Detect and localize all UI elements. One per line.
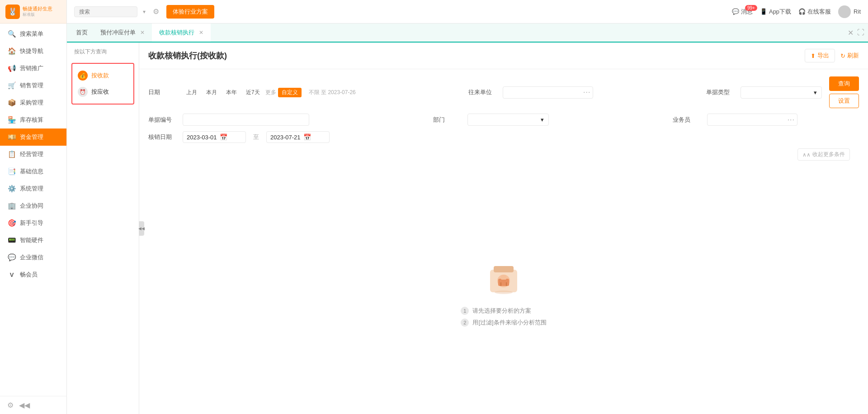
filter-panel-collapse-btn[interactable]: ◀◀ — [139, 221, 144, 236]
topbar-search-input[interactable] — [74, 6, 137, 17]
online-service-link[interactable]: 🎧 在线客服 — [798, 8, 831, 16]
content-area: 按以下方查询 💰 按收款 ⏰ 按应收 ◀◀ 收款核销执行(按收款) — [67, 43, 868, 414]
purchase-icon: 📦 — [7, 99, 16, 107]
collab-icon: 🏢 — [7, 202, 16, 210]
collapse-more-label: 收起更多条件 — [812, 151, 845, 158]
dept-label: 部门 — [433, 116, 460, 124]
verify-date-end-picker[interactable]: 2023-07-21 📅 — [266, 131, 330, 143]
svg-rect-3 — [498, 279, 509, 286]
sidebar-item-label: 基础信息 — [20, 167, 43, 176]
verify-date-start-value: 2023-03-01 — [187, 134, 217, 141]
verify-date-label: 核销日期 — [148, 133, 175, 141]
settings-button[interactable]: 设置 — [829, 94, 859, 108]
sidebar-item-label: 资金管理 — [20, 133, 43, 141]
voucher-type-select[interactable]: ▾ — [741, 86, 822, 99]
tab-prepay-close[interactable]: ✕ — [140, 29, 145, 36]
wechat-icon: 💬 — [7, 253, 16, 262]
sidebar-item-sales[interactable]: 🛒 销售管理 — [0, 77, 66, 94]
message-badge[interactable]: 💬 消息 99+ — [732, 8, 753, 16]
search-row-2: 单据编号 部门 ▾ 业务员 ··· — [148, 114, 859, 126]
industry-solution-button[interactable]: 体验行业方案 — [166, 5, 214, 19]
sidebar-item-wechat[interactable]: 💬 企业微信 — [0, 249, 66, 266]
tip-num-1: 1 — [461, 307, 469, 315]
filter-by-receivable[interactable]: ⏰ 按应收 — [72, 84, 133, 100]
sidebar: 🐰 畅捷通好生意 标准版 🔍 搜索菜单 🏠 快捷导航 📢 营销推广 🛒 销售管理… — [0, 0, 67, 414]
verify-date-start-picker[interactable]: 2023-03-01 📅 — [183, 131, 246, 143]
collapse-more-button[interactable]: ∧∧ 收起更多条件 — [797, 148, 850, 161]
export-button[interactable]: ⬆ 导出 — [805, 49, 835, 62]
topbar-chevron-icon[interactable]: ▾ — [143, 9, 146, 15]
sidebar-item-inventory[interactable]: 🏪 库存核算 — [0, 111, 66, 128]
refresh-icon: ↻ — [840, 52, 845, 59]
sidebar-item-system[interactable]: ⚙️ 系统管理 — [0, 180, 66, 197]
user-profile[interactable]: Rit — [838, 5, 861, 18]
date-tab-this-year[interactable]: 本年 — [222, 88, 241, 97]
sidebar-item-collab[interactable]: 🏢 企业协同 — [0, 197, 66, 214]
app-name: 畅捷通好生意 — [23, 5, 52, 12]
filter-by-receipt[interactable]: 💰 按收款 — [72, 67, 133, 84]
partner-more-icon[interactable]: ··· — [583, 88, 590, 96]
sidebar-item-hardware[interactable]: 📟 智能硬件 — [0, 232, 66, 249]
sidebar-item-guide[interactable]: 🎯 新手引导 — [0, 214, 66, 232]
empty-tip-2: 2 用[过滤]条件来缩小分析范围 — [461, 319, 546, 327]
sidebar-bottom: ⚙ ◀◀ — [0, 396, 66, 414]
date-tab-last-month[interactable]: 上月 — [183, 88, 201, 97]
empty-state: 1 请先选择要分析的方案 2 用[过滤]条件来缩小分析范围 — [139, 169, 868, 414]
date-tab-7days[interactable]: 近7天 — [242, 88, 264, 97]
close-window-icon[interactable]: ✕ — [848, 29, 854, 37]
voucher-type-label: 单据类型 — [706, 88, 733, 96]
tab-receipt-verify[interactable]: 收款核销执行 ✕ — [152, 24, 211, 43]
topbar-gear-icon[interactable]: ⚙ — [153, 7, 159, 16]
main-area: ▾ ⚙ 体验行业方案 💬 消息 99+ 📱 App下载 🎧 在线客服 Rit — [67, 0, 868, 414]
sidebar-item-nav[interactable]: 🏠 快捷导航 — [0, 43, 66, 60]
system-icon: ⚙️ — [7, 185, 16, 193]
calendar-start-icon: 📅 — [220, 133, 227, 141]
dept-select[interactable]: ▾ — [467, 114, 549, 126]
verify-date-end-value: 2023-07-21 — [270, 134, 301, 141]
app-download-link[interactable]: 📱 App下载 — [760, 8, 791, 16]
sidebar-item-label: 智能硬件 — [20, 236, 43, 244]
staff-more-icon[interactable]: ··· — [788, 116, 795, 124]
member-icon: V — [7, 271, 16, 278]
action-buttons: 查询 设置 — [829, 76, 859, 108]
date-tab-more[interactable]: 更多 — [265, 89, 276, 96]
sidebar-item-label: 企业微信 — [20, 253, 43, 262]
sidebar-item-finance[interactable]: 💴 资金管理 — [0, 128, 66, 146]
sales-icon: 🛒 — [7, 81, 16, 90]
voucher-no-input[interactable] — [183, 114, 309, 126]
guide-icon: 🎯 — [7, 219, 16, 227]
settings-icon[interactable]: ⚙ — [7, 401, 14, 409]
app-download-icon: 📱 — [760, 8, 767, 15]
sidebar-item-purchase[interactable]: 📦 采购管理 — [0, 94, 66, 111]
user-avatar — [838, 5, 851, 18]
export-label: 导出 — [817, 52, 829, 60]
refresh-label: 刷新 — [847, 52, 859, 60]
sidebar-item-management[interactable]: 📋 经营管理 — [0, 146, 66, 163]
partner-label: 往来单位 — [468, 88, 495, 96]
sidebar-item-search[interactable]: 🔍 搜索菜单 — [0, 25, 66, 43]
topbar-right: 💬 消息 99+ 📱 App下载 🎧 在线客服 Rit — [732, 5, 861, 18]
tab-prepay[interactable]: 预付冲应付单 ✕ — [93, 24, 152, 43]
sidebar-item-basic-info[interactable]: 📑 基础信息 — [0, 163, 66, 180]
empty-tip-1-text: 请先选择要分析的方案 — [472, 307, 531, 315]
tab-home[interactable]: 首页 — [71, 29, 93, 37]
partner-input[interactable] — [503, 86, 593, 99]
date-tab-custom[interactable]: 自定义 — [278, 88, 302, 97]
empty-tips: 1 请先选择要分析的方案 2 用[过滤]条件来缩小分析范围 — [461, 307, 546, 327]
tab-receipt-close[interactable]: ✕ — [199, 29, 203, 36]
receipt-filter-icon: 💰 — [78, 71, 88, 81]
staff-label: 业务员 — [673, 116, 700, 124]
collapse-sidebar-icon[interactable]: ◀◀ — [19, 401, 30, 409]
message-count: 99+ — [745, 5, 757, 11]
refresh-button[interactable]: ↻ 刷新 — [840, 49, 859, 62]
sidebar-item-label: 新手引导 — [20, 219, 43, 227]
export-icon: ⬆ — [811, 52, 816, 59]
date-tab-this-month[interactable]: 本月 — [203, 88, 221, 97]
staff-input[interactable] — [707, 114, 797, 126]
query-button[interactable]: 查询 — [829, 76, 859, 91]
dept-chevron-icon: ▾ — [541, 116, 544, 123]
sidebar-item-member[interactable]: V 畅会员 — [0, 266, 66, 283]
expand-window-icon[interactable]: ⛶ — [857, 29, 864, 37]
sidebar-item-label: 销售管理 — [20, 81, 43, 90]
sidebar-item-marketing[interactable]: 📢 营销推广 — [0, 60, 66, 77]
